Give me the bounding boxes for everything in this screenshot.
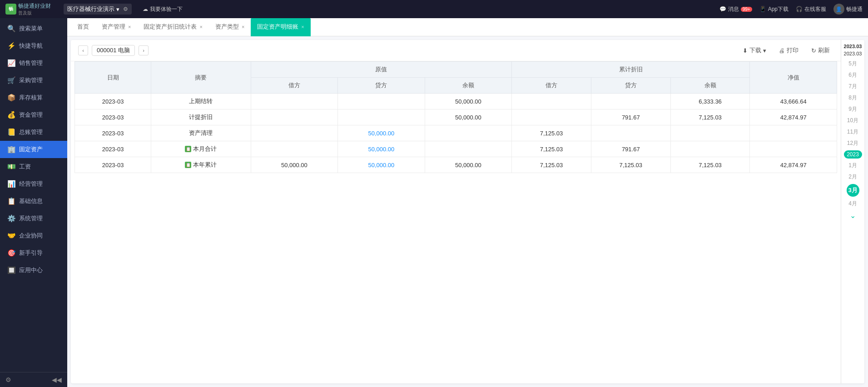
row-orig-debit — [251, 141, 337, 157]
timeline-month-6月[interactable]: 6月 — [841, 69, 864, 81]
timeline-month-7月[interactable]: 7月 — [841, 81, 864, 92]
tab-label-home: 首页 — [77, 23, 89, 31]
col-orig-credit: 贷方 — [338, 78, 425, 94]
tab-home[interactable]: 首页 — [71, 18, 95, 36]
sidebar-item-fixed-assets[interactable]: 🏢 固定资产 — [0, 141, 67, 158]
company-name: 医疗器械行业演示 — [67, 5, 114, 13]
row-summary-1: 计提折旧 — [189, 114, 213, 120]
tab-depreciation-stat[interactable]: 固定资产折旧统计表× — [137, 18, 208, 36]
tab-close-asset-mgmt[interactable]: × — [128, 24, 131, 30]
sidebar-label-guide: 新手引导 — [19, 249, 43, 257]
timeline-month-5月[interactable]: 5月 — [841, 58, 864, 69]
prev-asset-button[interactable]: ‹ — [78, 45, 88, 55]
row-orig-debit — [251, 94, 337, 109]
timeline-month-9月[interactable]: 9月 — [841, 104, 864, 115]
row-accum-balance: 6,333.36 — [670, 94, 750, 109]
row-accum-credit: 7,125.03 — [591, 157, 670, 173]
asset-code-badge: 000001 电脑 — [92, 45, 135, 56]
row-accum-balance — [670, 125, 750, 141]
tab-label-asset-type: 资产类型 — [215, 23, 239, 31]
settings-icon[interactable]: ⚙ — [123, 6, 128, 12]
table-row: 2023-03 📋本年累计 50,000.00 50,000.00 50,000… — [75, 157, 837, 173]
experience-icon: ☁ — [143, 6, 148, 12]
col-accum-debit: 借方 — [512, 78, 591, 94]
row-accum-balance — [670, 141, 750, 157]
sidebar-item-inventory[interactable]: 📦 库存核算 — [0, 89, 67, 106]
header-left: 畅 畅捷通好业财 普及版 医疗器械行业演示 ▾ ⚙ ☁ 我要体验一下 — [5, 2, 183, 16]
tab-close-asset-type[interactable]: × — [242, 24, 244, 30]
row-net-value: 42,874.97 — [750, 157, 837, 173]
print-button[interactable]: 🖨 打印 — [775, 45, 802, 56]
refresh-label: 刷新 — [818, 46, 830, 55]
settings-footer-icon[interactable]: ⚙ — [5, 376, 11, 383]
refresh-button[interactable]: ↻ 刷新 — [808, 45, 833, 56]
sidebar-item-basic-info[interactable]: 📋 基础信息 — [0, 193, 67, 210]
tab-close-depreciation-stat[interactable]: × — [199, 24, 202, 30]
tab-asset-detail[interactable]: 固定资产明细账× — [251, 18, 310, 36]
sidebar-item-search[interactable]: 🔍 搜索菜单 — [0, 20, 67, 37]
sidebar-item-operations[interactable]: 📊 经营管理 — [0, 175, 67, 193]
sidebar-icon-operations: 📊 — [7, 180, 15, 188]
col-summary: 摘要 — [151, 62, 251, 94]
experience-button[interactable]: ☁ 我要体验一下 — [143, 5, 183, 13]
row-net-value: 43,666.64 — [750, 94, 837, 109]
row-net-value: 42,874.97 — [750, 109, 837, 125]
row-accum-debit: 7,125.03 — [512, 157, 591, 173]
header-right: 💬 消息 99+ 📱 App下载 🎧 在线客服 👤 畅捷通 — [719, 4, 863, 15]
table-container: 日期 摘要 原值 累计折旧 净值 借方 贷方 余额 借方 — [71, 61, 841, 383]
col-accum-depreciation: 累计折旧 — [512, 62, 750, 78]
customer-service-action[interactable]: 🎧 在线客服 — [796, 5, 826, 13]
tab-label-asset-detail: 固定资产明细账 — [257, 23, 298, 31]
next-asset-button[interactable]: › — [139, 45, 149, 55]
sidebar-item-app-center[interactable]: 🔲 应用中心 — [0, 262, 67, 279]
row-summary-cell: 计提折旧 — [151, 109, 251, 125]
timeline-month-12月[interactable]: 12月 — [841, 138, 864, 149]
timeline-month-after-2月[interactable]: 2月 — [841, 171, 864, 183]
sidebar-item-funds[interactable]: 💰 资金管理 — [0, 106, 67, 124]
user-name: 畅捷通 — [846, 5, 863, 13]
sidebar-item-quick-nav[interactable]: ⚡ 快捷导航 — [0, 37, 67, 55]
sidebar-item-payroll[interactable]: 💵 工资 — [0, 158, 67, 175]
messages-action[interactable]: 💬 消息 99+ — [719, 5, 752, 13]
timeline-month-after-4月[interactable]: 4月 — [841, 198, 864, 209]
timeline-month-11月[interactable]: 11月 — [841, 126, 864, 138]
timeline-month-10月[interactable]: 10月 — [841, 115, 864, 126]
collapse-icon[interactable]: ◀◀ — [52, 376, 62, 383]
timeline-month-after-1月[interactable]: 1月 — [841, 160, 864, 171]
row-summary-2: 资产清理 — [189, 129, 213, 136]
toolbar: ‹ 000001 电脑 › ⬇ 下载 ▾ 🖨 打印 — [71, 40, 841, 61]
sidebar-item-ledger[interactable]: 📒 总账管理 — [0, 124, 67, 141]
user-area[interactable]: 👤 畅捷通 — [833, 4, 863, 15]
timeline-month-8月[interactable]: 8月 — [841, 92, 864, 104]
row-accum-balance: 7,125.03 — [670, 157, 750, 173]
sidebar-icon-ledger: 📒 — [7, 128, 15, 136]
sidebar-item-system[interactable]: ⚙️ 系统管理 — [0, 210, 67, 227]
timeline-down-arrow[interactable]: ⌄ — [850, 211, 856, 220]
row-accum-debit: 7,125.03 — [512, 141, 591, 157]
sidebar-item-enterprise[interactable]: 🤝 企业协同 — [0, 227, 67, 244]
row-date: 2023-03 — [75, 94, 151, 109]
download-button[interactable]: ⬇ 下载 ▾ — [739, 45, 770, 56]
detail-table: 日期 摘要 原值 累计折旧 净值 借方 贷方 余额 借方 — [74, 61, 837, 173]
row-orig-credit: 50,000.00 — [338, 157, 425, 173]
company-selector[interactable]: 医疗器械行业演示 ▾ ⚙ — [64, 4, 132, 15]
timeline-month-after-3月[interactable]: 3月 — [847, 184, 859, 197]
sidebar: 🔍 搜索菜单 ⚡ 快捷导航 📈 销售管理 🛒 采购管理 📦 库存核算 💰 资金管… — [0, 18, 67, 387]
tab-asset-mgmt[interactable]: 资产管理× — [95, 18, 137, 36]
sidebar-item-purchase[interactable]: 🛒 采购管理 — [0, 72, 67, 89]
messages-label: 消息 — [728, 5, 739, 13]
tab-close-asset-detail[interactable]: × — [301, 24, 304, 30]
sidebar-icon-inventory: 📦 — [7, 94, 15, 102]
timeline-header-2: 2023.03 — [844, 51, 862, 56]
sidebar-item-sales[interactable]: 📈 销售管理 — [0, 55, 67, 72]
row-summary-cell: 资产清理 — [151, 125, 251, 141]
sidebar-item-guide[interactable]: 🎯 新手引导 — [0, 244, 67, 262]
sidebar-label-payroll: 工资 — [19, 163, 31, 171]
timeline-year-2023[interactable]: 2023 — [844, 150, 862, 159]
app-download-action[interactable]: 📱 App下载 — [759, 5, 789, 13]
tab-asset-type[interactable]: 资产类型× — [209, 18, 251, 36]
toolbar-right: ⬇ 下载 ▾ 🖨 打印 ↻ 刷新 — [739, 45, 833, 56]
logo-version: 普及版 — [18, 10, 51, 16]
row-accum-credit — [591, 94, 670, 109]
sidebar-label-quick-nav: 快捷导航 — [19, 42, 43, 50]
